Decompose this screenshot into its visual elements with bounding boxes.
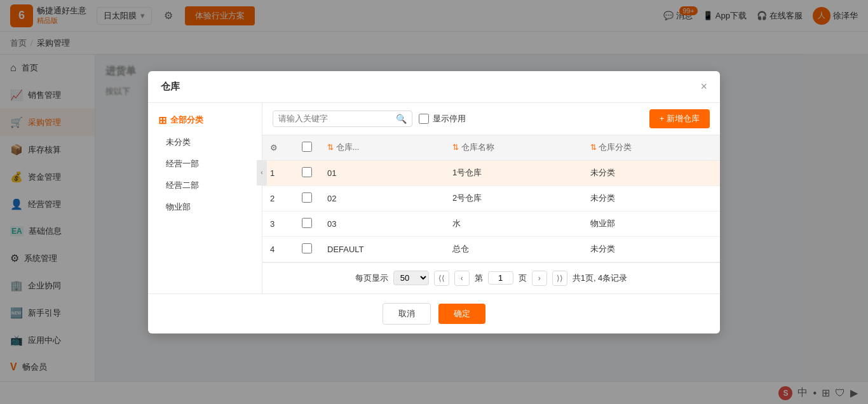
warehouse-table: ⚙ ⇅ 仓库... ⇅ (262, 135, 720, 262)
next-page-btn[interactable]: › (532, 271, 547, 286)
collapse-panel-btn[interactable]: ‹ (257, 160, 267, 185)
row-code: 03 (320, 211, 445, 236)
category-panel: ⊞ 全部分类 未分类 经营一部 经营二部 物业部 ‹ (148, 103, 262, 293)
total-label: 共1页, 4条记录 (573, 273, 628, 284)
settings-icon: ⚙ (270, 143, 278, 152)
confirm-button[interactable]: 确定 (438, 304, 485, 324)
row-name: 总仓 (445, 236, 582, 262)
row-category: 未分类 (583, 160, 721, 185)
row-code: 02 (320, 185, 445, 211)
row-checkbox[interactable] (294, 236, 320, 262)
per-page-select[interactable]: 50 10 20 100 (393, 271, 429, 285)
select-all-checkbox[interactable] (302, 142, 312, 152)
category-item-ops2[interactable]: 经营二部 (148, 175, 262, 196)
warehouse-modal: 仓库 × ⊞ 全部分类 未分类 经营一部 经营二部 物业部 ‹ (148, 71, 720, 333)
show-disabled-label: 显示停用 (433, 113, 466, 125)
row-checkbox[interactable] (294, 160, 320, 185)
row-code: 01 (320, 160, 445, 185)
row-name: 水 (445, 211, 582, 236)
page-label: 第 (475, 273, 483, 284)
row-category: 未分类 (583, 185, 721, 211)
row-name: 1号仓库 (445, 160, 582, 185)
row-code: DEFAULT (320, 236, 445, 262)
table-panel: 🔍 显示停用 + 新增仓库 ⚙ (262, 103, 720, 293)
show-disabled-toggle[interactable]: 显示停用 (419, 113, 466, 125)
th-category-label: 仓库分类 (599, 142, 632, 152)
prev-page-btn[interactable]: ‹ (454, 271, 470, 286)
category-all-label: 全部分类 (170, 114, 203, 126)
modal-header: 仓库 × (148, 71, 720, 103)
table-body: 1 01 1号仓库 未分类 2 02 2号仓库 (262, 160, 720, 262)
sort-icon: ⇅ (327, 143, 334, 152)
row-name: 2号仓库 (445, 185, 582, 211)
cancel-button[interactable]: 取消 (383, 303, 431, 325)
close-icon[interactable]: × (700, 80, 707, 93)
table-row[interactable]: 1 01 1号仓库 未分类 (262, 160, 720, 185)
category-panel-inner: ⊞ 全部分类 未分类 经营一部 经营二部 物业部 ‹ (148, 109, 262, 218)
category-item-ops1[interactable]: 经营一部 (148, 153, 262, 175)
th-name[interactable]: ⇅ 仓库名称 (445, 135, 582, 161)
page-input[interactable] (488, 271, 513, 285)
grid-icon: ⊞ (158, 114, 166, 126)
th-settings: ⚙ (262, 135, 294, 161)
category-item-unclassified[interactable]: 未分类 (148, 131, 262, 153)
first-page-btn[interactable]: ⟨⟨ (434, 271, 449, 286)
last-page-btn[interactable]: ⟩⟩ (552, 271, 567, 286)
row-num: 3 (262, 211, 294, 236)
row-category: 未分类 (583, 236, 721, 262)
table-toolbar: 🔍 显示停用 + 新增仓库 (262, 103, 720, 135)
search-box: 🔍 (273, 111, 412, 127)
row-category: 物业部 (583, 211, 721, 236)
table-row[interactable]: 3 03 水 物业部 (262, 211, 720, 236)
sort-icon: ⇅ (452, 143, 459, 152)
table-row[interactable]: 4 DEFAULT 总仓 未分类 (262, 236, 720, 262)
modal-body: ⊞ 全部分类 未分类 经营一部 经营二部 物业部 ‹ 🔍 (148, 103, 720, 293)
search-input[interactable] (278, 114, 396, 123)
modal-footer: 取消 确定 (148, 293, 720, 333)
page-unit: 页 (519, 273, 527, 284)
table-head: ⚙ ⇅ 仓库... ⇅ (262, 135, 720, 161)
row-num: 2 (262, 185, 294, 211)
add-warehouse-button[interactable]: + 新增仓库 (649, 109, 710, 128)
th-name-label: 仓库名称 (461, 142, 494, 152)
table: ⚙ ⇅ 仓库... ⇅ (262, 135, 720, 262)
search-icon[interactable]: 🔍 (396, 114, 407, 124)
pagination: 每页显示 50 10 20 100 ⟨⟨ ‹ 第 页 › ⟩⟩ 共1页, 4条记… (262, 262, 720, 293)
row-num: 1 (262, 160, 294, 185)
table-row[interactable]: 2 02 2号仓库 未分类 (262, 185, 720, 211)
table-header-row: ⚙ ⇅ 仓库... ⇅ (262, 135, 720, 161)
per-page-label: 每页显示 (355, 273, 388, 284)
category-all[interactable]: ⊞ 全部分类 (148, 109, 262, 131)
th-code-label: 仓库... (336, 142, 360, 152)
row-checkbox[interactable] (294, 185, 320, 211)
category-item-property[interactable]: 物业部 (148, 196, 262, 218)
show-disabled-checkbox[interactable] (419, 114, 429, 124)
th-code[interactable]: ⇅ 仓库... (320, 135, 445, 161)
th-category[interactable]: ⇅ 仓库分类 (583, 135, 721, 161)
row-checkbox[interactable] (294, 211, 320, 236)
th-checkbox (294, 135, 320, 161)
modal-overlay: 仓库 × ⊞ 全部分类 未分类 经营一部 经营二部 物业部 ‹ (0, 0, 868, 404)
modal-title: 仓库 (161, 81, 180, 93)
sort-icon: ⇅ (590, 143, 597, 152)
row-num: 4 (262, 236, 294, 262)
